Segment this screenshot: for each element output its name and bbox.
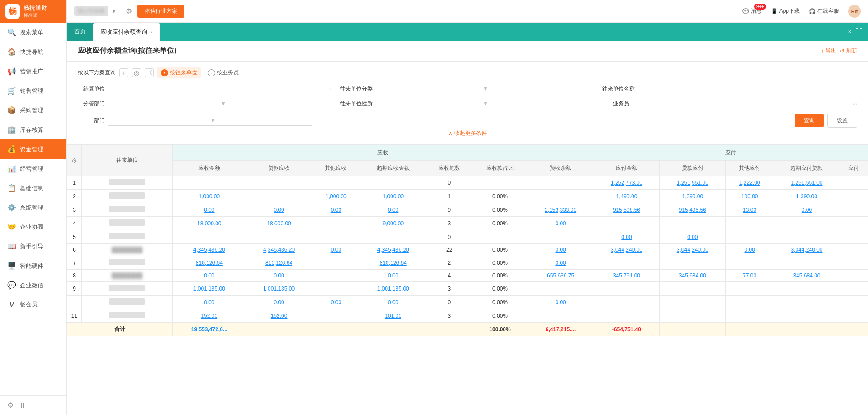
by-unit-icon: ● [161,69,168,76]
refresh-button[interactable]: ↺ 刷新 [840,47,857,55]
col-pay-overdue: 超期应付贷款 [774,161,840,176]
salesperson-input[interactable] [633,99,853,109]
sales-icon: 🛒 [7,86,16,95]
filter-field-dept: 分管部门 ▼ [78,99,333,109]
unit-nature-arrow: ▼ [483,100,593,107]
table-row: 21,000.001,000.001,000.0010.00%1,490.001… [67,190,868,203]
table-row: 7810,126.64810,126.64810,126.6420.00%0.0… [67,256,868,270]
settings-button[interactable]: 设置 [827,114,857,128]
topbar-gear-icon[interactable]: ⚙ [126,7,132,15]
table-row: 11152.00152.00101.0030.00% [67,309,868,323]
breadcrumb-arrow[interactable]: ▼ [111,8,117,14]
unit-nature-select[interactable]: ▼ [371,99,595,109]
settings-bottom-icon[interactable]: ⚙ [7,401,14,410]
sidebar-item-label: 资金管理 [20,145,43,153]
topbar-right: 💬 消息 99+ 📱 App下载 🎧 在线客服 Rit [742,5,861,18]
sidebar-item-search[interactable]: 🔍 搜索菜单 [0,23,66,42]
settlement-unit-label: 结算单位 [78,85,105,93]
unit-name-input[interactable] [633,84,857,94]
settlement-unit-input[interactable] [108,84,328,94]
sidebar-item-enterprise[interactable]: 🤝 企业协同 [0,217,66,237]
tab-active[interactable]: 应收应付余额查询 × [93,23,160,41]
app-icon: 📱 [771,8,778,14]
filter-collapse-icon[interactable]: 《 [145,68,154,77]
filter-settings-icon[interactable]: ◎ [132,68,141,77]
filter-field-sub-dept: 部门 ▼ [78,115,312,126]
col-recv-amount: 应收金额 [173,161,246,176]
unit-category-select[interactable]: ▼ [371,84,595,94]
filter-field-settlement-unit: 结算单位 ··· [78,84,333,94]
sidebar-item-wechat[interactable]: 💬 企业微信 [0,276,66,295]
content-area: 应收应付余额查询(按往来单位) ↑ 导出 ↺ 刷新 按以下方案查询 + ◎ 《 [67,41,868,415]
hardware-icon: 🖥️ [7,262,16,270]
search-icon: 🔍 [7,28,16,37]
sidebar-item-label: 搜索菜单 [20,29,43,37]
solution-button[interactable]: 体验行业方案 [137,5,184,18]
export-button[interactable]: ↑ 导出 [821,47,836,55]
col-pay-amount: 应付金额 [594,161,660,176]
footer-pay-overdue [774,323,840,336]
page-header-actions: ↑ 导出 ↺ 刷新 [821,47,857,60]
filter-option-by-staff[interactable]: ○ 按业务员 [204,67,242,78]
service-button[interactable]: 🎧 在线客服 [809,7,839,15]
sidebar-item-shortcut[interactable]: 🏠 快捷导航 [0,42,66,62]
sidebar-item-operations[interactable]: 📊 经营管理 [0,159,66,178]
col-header-unit: 往来单位 [82,145,173,176]
table-settings-icon[interactable]: ⚙ [71,157,77,164]
table-area[interactable]: ⚙ 往来单位 应收 应付 应收金额 贷款应收 其他应收 超期应收金额 应收笔数 … [67,145,868,415]
sub-dept-select[interactable]: ▼ [108,115,312,126]
col-recv-prepay: 预收余额 [528,161,594,176]
filter-option-by-unit[interactable]: ● 按往来单位 [157,67,201,78]
marketing-icon: 📢 [7,67,16,76]
sidebar-item-guide[interactable]: 📖 新手引导 [0,237,66,256]
by-unit-label: 按往来单位 [170,69,197,76]
sidebar-item-basicinfo[interactable]: 📋 基础信息 [0,178,66,198]
salesperson-dots-icon[interactable]: ··· [853,100,857,107]
filter-row-2: 分管部门 ▼ 往来单位性质 ▼ 业务员 [78,99,857,109]
tab-home[interactable]: 首页 [67,23,93,41]
table-row: 0.000.000.000.0000.00%0.00 [67,296,868,309]
table-footer-row: 合计 19,553,472,6... 100.00% 6,417,215....… [67,323,868,336]
filter-field-unit-category: 往来单位分类 ▼ [340,84,595,94]
dept-select[interactable]: ▼ [108,99,333,109]
collapse-more-button[interactable]: ∧ 收起更多条件 [78,128,857,139]
tab-close-icon[interactable]: × [150,30,153,35]
settlement-unit-input-wrapper: ··· [108,84,333,94]
table-settings-header[interactable]: ⚙ [67,145,82,176]
sidebar-item-member[interactable]: V 畅会员 [0,295,66,314]
window-close-icon[interactable]: × [848,28,852,36]
footer-pay-other [726,323,774,336]
page-title: 应收应付余额查询(按往来单位) [78,46,177,61]
table-row: 30.000.000.000.0090.00%2,153,333.00915,5… [67,203,868,217]
tab-home-label: 首页 [74,28,86,36]
col-recv-count: 应收笔数 [426,161,472,176]
filter-add-icon[interactable]: + [119,68,128,77]
sidebar-item-sales[interactable]: 🛒 销售管理 [0,81,66,100]
topbar: 某公司名称 ▼ ⚙ 体验行业方案 💬 消息 99+ 📱 App下载 🎧 在线客服… [67,0,868,23]
sidebar-item-inventory[interactable]: 🏢 库存核算 [0,120,66,139]
message-button[interactable]: 💬 消息 99+ [742,7,762,15]
unit-category-label: 往来单位分类 [340,85,367,93]
operations-icon: 📊 [7,164,16,173]
sidebar-item-purchase[interactable]: 📦 采购管理 [0,100,66,120]
user-avatar[interactable]: Rit [848,5,861,18]
window-expand-icon[interactable]: ⛶ [855,28,863,36]
sidebar-item-system[interactable]: ⚙️ 系统管理 [0,198,66,217]
sidebar: 畅 畅捷通财 标准版 🔍 搜索菜单 🏠 快捷导航 📢 营销推广 🛒 销售管理 📦… [0,0,67,415]
system-icon: ⚙️ [7,203,16,212]
sidebar-item-marketing[interactable]: 📢 营销推广 [0,62,66,81]
sidebar-item-label: 采购管理 [20,106,43,114]
app-download-button[interactable]: 📱 App下载 [771,7,800,15]
col-recv-other: 其他应收 [312,161,360,176]
filter-rows: 结算单位 ··· 往来单位分类 ▼ 往来单位 [78,84,857,128]
unit-category-arrow: ▼ [483,86,593,92]
tab-active-label: 应收应付余额查询 [100,28,147,36]
company-name: 某公司名称 [74,6,108,16]
collapse-bottom-icon[interactable]: ⏸ [19,401,26,410]
sidebar-item-hardware[interactable]: 🖥️ 智能硬件 [0,256,66,276]
sidebar-item-finance[interactable]: 💰 资金管理 [0,139,66,159]
table-row: 91,001,135.001,001,135.001,001,135.0030.… [67,282,868,296]
logo-icon: 畅 [5,4,20,19]
query-button[interactable]: 查询 [795,114,824,127]
settlement-unit-dots-icon[interactable]: ··· [328,86,333,92]
